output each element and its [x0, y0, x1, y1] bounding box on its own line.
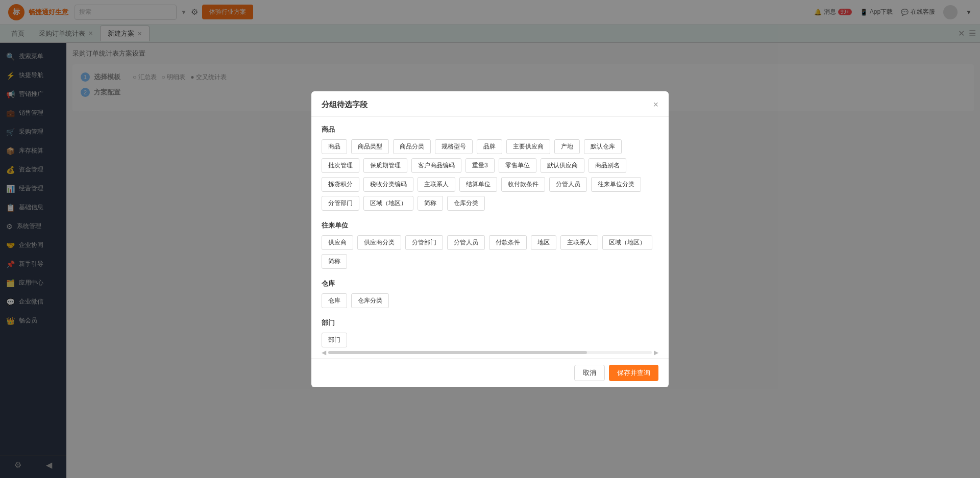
section-title-goods: 商品	[322, 125, 658, 134]
field-tags-partner: 供应商供应商分类分管部门分管人员付款条件地区主联系人区域（地区）简称	[322, 235, 658, 269]
field-tag[interactable]: 分管部门	[405, 235, 443, 250]
field-tag[interactable]: 分管人员	[447, 235, 485, 250]
field-tag[interactable]: 收付款条件	[501, 177, 545, 192]
field-tags-department: 部门	[322, 333, 658, 347]
field-tag[interactable]: 结算单位	[459, 177, 497, 192]
field-tags-goods: 商品商品类型商品分类规格型号品牌主要供应商产地默认仓库批次管理保质期管理客户商品…	[322, 139, 658, 211]
field-tag[interactable]: 付款条件	[489, 235, 527, 250]
field-tag[interactable]: 仓库分类	[447, 196, 485, 211]
field-tag[interactable]: 区域（地区）	[602, 235, 652, 250]
section-title-warehouse: 仓库	[322, 279, 658, 288]
field-tags-warehouse: 仓库仓库分类	[322, 293, 658, 308]
modal-title: 分组待选字段	[322, 100, 368, 110]
modal-close-button[interactable]: ×	[653, 99, 658, 110]
field-tag[interactable]: 分管部门	[322, 196, 359, 211]
field-tag[interactable]: 地区	[531, 235, 556, 250]
field-tag[interactable]: 商品分类	[393, 139, 431, 154]
confirm-button[interactable]: 保存并查询	[609, 365, 658, 381]
field-tag[interactable]: 商品类型	[351, 139, 389, 154]
field-tag[interactable]: 零售单位	[499, 158, 536, 173]
field-tag[interactable]: 商品	[322, 139, 347, 154]
cancel-button[interactable]: 取消	[574, 365, 605, 381]
field-tag[interactable]: 品牌	[477, 139, 502, 154]
field-tag[interactable]: 税收分类编码	[363, 177, 413, 192]
field-tag[interactable]: 简称	[322, 254, 347, 269]
field-tag[interactable]: 拣货积分	[322, 177, 359, 192]
section-warehouse: 仓库仓库仓库分类	[322, 279, 658, 308]
modal-overlay: 分组待选字段 × 商品商品商品类型商品分类规格型号品牌主要供应商产地默认仓库批次…	[0, 0, 980, 478]
field-tag[interactable]: 分管人员	[549, 177, 587, 192]
field-tag[interactable]: 主联系人	[560, 235, 598, 250]
field-tag[interactable]: 产地	[554, 139, 580, 154]
field-tag[interactable]: 主联系人	[418, 177, 455, 192]
field-selector-modal: 分组待选字段 × 商品商品商品类型商品分类规格型号品牌主要供应商产地默认仓库批次…	[311, 91, 669, 387]
field-tag[interactable]: 往来单位分类	[591, 177, 641, 192]
field-tag[interactable]: 简称	[418, 196, 443, 211]
field-tag[interactable]: 默认仓库	[584, 139, 622, 154]
section-partner: 往来单位供应商供应商分类分管部门分管人员付款条件地区主联系人区域（地区）简称	[322, 221, 658, 269]
section-title-department: 部门	[322, 318, 658, 328]
field-tag[interactable]: 部门	[322, 333, 347, 347]
field-tag[interactable]: 客户商品编码	[411, 158, 461, 173]
field-tag[interactable]: 主要供应商	[506, 139, 550, 154]
field-tag[interactable]: 仓库	[322, 293, 347, 308]
modal-footer: 取消 保存并查询	[311, 358, 669, 387]
field-tag[interactable]: 商品别名	[589, 158, 626, 173]
scroll-indicator: ◀ ▶	[311, 349, 669, 358]
section-goods: 商品商品商品类型商品分类规格型号品牌主要供应商产地默认仓库批次管理保质期管理客户…	[322, 125, 658, 211]
field-tag[interactable]: 默认供应商	[541, 158, 584, 173]
modal-header: 分组待选字段 ×	[311, 91, 669, 117]
field-tag[interactable]: 重量3	[465, 158, 495, 173]
field-tag[interactable]: 仓库分类	[351, 293, 389, 308]
section-department: 部门部门	[322, 318, 658, 347]
field-tag[interactable]: 供应商	[322, 235, 353, 250]
field-tag[interactable]: 保质期管理	[363, 158, 407, 173]
modal-body: 商品商品商品类型商品分类规格型号品牌主要供应商产地默认仓库批次管理保质期管理客户…	[311, 117, 669, 349]
field-tag[interactable]: 规格型号	[435, 139, 473, 154]
field-tag[interactable]: 批次管理	[322, 158, 359, 173]
field-tag[interactable]: 区域（地区）	[363, 196, 413, 211]
field-tag[interactable]: 供应商分类	[357, 235, 401, 250]
section-title-partner: 往来单位	[322, 221, 658, 230]
